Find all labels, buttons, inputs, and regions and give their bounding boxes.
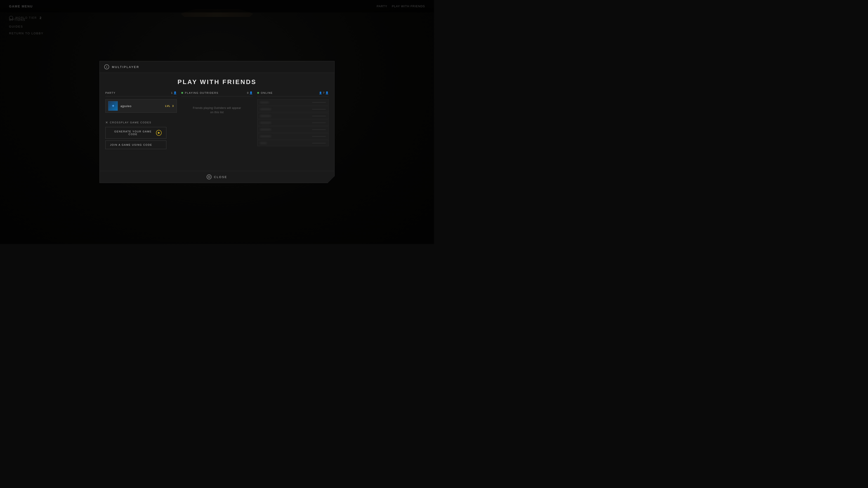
- crossplay-section: ✕ CROSSPLAY GAME CODES GENERATE YOUR GAM…: [105, 117, 177, 149]
- playing-outriders-column: PLAYING OUTRIDERS 0 👤 Friends playing Ou…: [181, 91, 253, 159]
- close-button[interactable]: CLOSE: [207, 174, 227, 180]
- crossplay-buttons: GENERATE YOUR GAME CODE JOIN A GAME USIN…: [105, 127, 166, 149]
- close-circle-icon: [207, 174, 212, 180]
- list-item[interactable]: ••••••••••: [257, 126, 329, 133]
- crossplay-label: CROSSPLAY GAME CODES: [110, 121, 151, 124]
- playing-outriders-label: PLAYING OUTRIDERS: [185, 92, 219, 94]
- party-count: 1 👤: [171, 91, 177, 94]
- playing-header-left: PLAYING OUTRIDERS: [181, 92, 219, 94]
- modal-title: MULTIPLAYER: [112, 65, 139, 69]
- online-status-dot: [257, 92, 259, 94]
- player-level: LVL 3: [164, 105, 174, 107]
- crossplay-header: ✕ CROSSPLAY GAME CODES: [105, 121, 177, 124]
- online-count: 👤 7 👤: [319, 91, 329, 94]
- online-label: ONLINE: [261, 92, 273, 94]
- online-icon-person: 👤: [319, 92, 322, 94]
- columns-container: PARTY 1 👤 ✦ ajpuleo LVL 3: [105, 91, 329, 159]
- playing-status-dot: [181, 92, 183, 94]
- list-item[interactable]: ••••••••••: [257, 120, 329, 126]
- online-header-left: ONLINE: [257, 92, 273, 94]
- online-header: ONLINE 👤 7 👤: [257, 91, 329, 96]
- close-inner-icon: [208, 176, 210, 178]
- join-game-code-button[interactable]: JOIN A GAME USING CODE: [105, 140, 166, 149]
- online-person-icon: 👤: [325, 91, 329, 94]
- generate-btn-dot: [158, 132, 160, 134]
- list-item[interactable]: ••••••••••: [257, 133, 329, 139]
- party-label: PARTY: [105, 92, 116, 94]
- multiplayer-modal: i MULTIPLAYER PLAY WITH FRIENDS PARTY 1 …: [99, 61, 335, 183]
- online-column: ONLINE 👤 7 👤 •••••••• ••••••••••: [257, 91, 329, 159]
- generate-btn-indicator: [156, 130, 162, 136]
- playing-outriders-header: PLAYING OUTRIDERS 0 👤: [181, 91, 253, 96]
- playing-message: Friends playing Outriders will appear on…: [181, 106, 253, 115]
- modal-footer: CLOSE: [100, 171, 334, 183]
- list-item[interactable]: ••••••••••: [257, 106, 329, 112]
- player-name: ajpuleo: [121, 104, 162, 108]
- generate-game-code-button[interactable]: GENERATE YOUR GAME CODE: [105, 127, 166, 139]
- online-friends-list: •••••••• •••••••••• •••••••••• •••••••••…: [257, 99, 329, 146]
- party-header-left: PARTY: [105, 92, 116, 94]
- playing-person-icon: 👤: [249, 91, 253, 94]
- modal-body: PLAY WITH FRIENDS PARTY 1 👤 ✦: [100, 73, 334, 171]
- person-icon: 👤: [174, 91, 177, 94]
- party-header: PARTY 1 👤: [105, 91, 177, 96]
- list-item[interactable]: ••••••••: [257, 99, 329, 105]
- party-column: PARTY 1 👤 ✦ ajpuleo LVL 3: [105, 91, 177, 159]
- modal-header: i MULTIPLAYER: [100, 61, 334, 73]
- party-member-row[interactable]: ✦ ajpuleo LVL 3: [105, 99, 177, 113]
- playing-count: 0 👤: [247, 91, 253, 94]
- list-item[interactable]: ••••••: [257, 140, 329, 146]
- crossplay-x-icon: ✕: [105, 121, 108, 124]
- play-with-friends-title: PLAY WITH FRIENDS: [105, 78, 329, 86]
- avatar-icon: ✦: [112, 103, 115, 108]
- info-icon: i: [104, 64, 109, 69]
- close-label: CLOSE: [214, 175, 227, 179]
- avatar: ✦: [108, 101, 118, 111]
- list-item[interactable]: ••••••••••: [257, 113, 329, 119]
